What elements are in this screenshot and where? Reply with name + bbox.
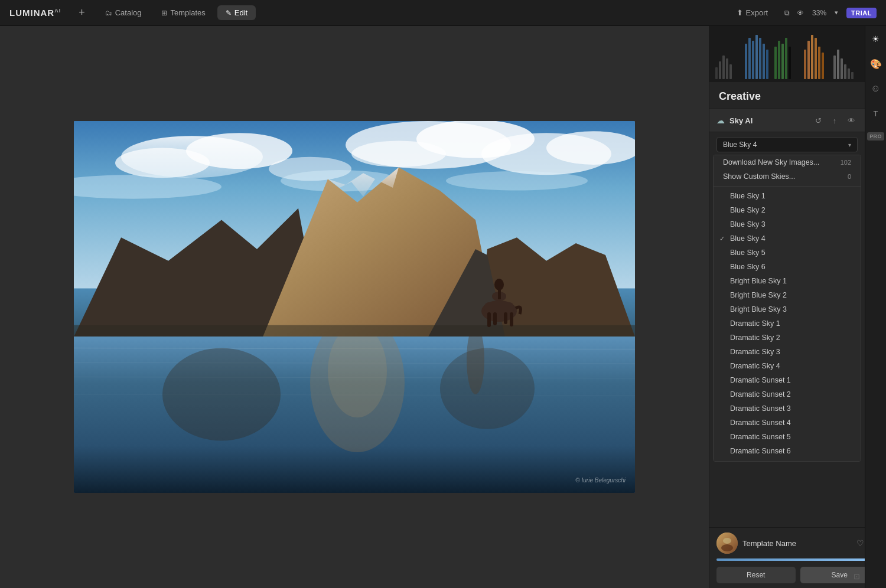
sky-reset-icon[interactable]: ↺ (812, 114, 825, 127)
svg-rect-48 (759, 38, 761, 79)
svg-rect-44 (745, 44, 747, 79)
sky-visibility-icon[interactable]: 👁 (845, 114, 858, 127)
template-heart-icon[interactable]: ♡ (856, 538, 864, 548)
topbar: LUMINARAI + 🗂 Catalog ⊞ Templates ✎ Edit… (0, 0, 886, 26)
sky-menu: Download New Sky Images... 102 Show Cust… (713, 155, 861, 462)
svg-point-70 (723, 538, 731, 544)
edit-icon: ✎ (226, 9, 232, 17)
sky-menu-dramatic-sunset-4[interactable]: Dramatic Sunset 4 (714, 416, 861, 430)
sky-cloud-icon: ☁ (716, 116, 725, 125)
sky-menu-custom[interactable]: Show Custom Skies... 0 (714, 169, 861, 184)
water-layer (74, 337, 635, 493)
svg-rect-62 (833, 55, 836, 79)
svg-rect-40 (719, 61, 721, 79)
nav-edit[interactable]: ✎ Edit (217, 5, 256, 20)
creative-icon[interactable]: 🎨 (868, 55, 884, 72)
trial-badge: TRIAL (846, 8, 877, 18)
text-icon[interactable]: T (868, 105, 884, 122)
svg-rect-53 (781, 44, 784, 79)
view-before-after-icon[interactable]: ⧉ (784, 9, 790, 17)
svg-rect-52 (778, 41, 780, 79)
svg-rect-60 (818, 47, 820, 79)
sky-menu-download[interactable]: Download New Sky Images... 102 (714, 155, 861, 169)
sky-menu-blue-sky-4[interactable]: Blue Sky 4 (714, 231, 861, 246)
sky-menu-sep-1 (714, 186, 861, 187)
sky-menu-blue-sky-6[interactable]: Blue Sky 6 (714, 260, 861, 274)
svg-rect-41 (722, 55, 725, 79)
svg-rect-50 (766, 50, 768, 79)
reset-button[interactable]: Reset (716, 567, 796, 583)
section-title: Creative (709, 82, 865, 109)
sky-menu-dramatic-sky-3[interactable]: Dramatic Sky 3 (714, 345, 861, 359)
svg-rect-57 (807, 41, 810, 79)
nav-catalog[interactable]: 🗂 Catalog (97, 5, 150, 20)
sky-menu-blue-sky-1[interactable]: Blue Sky 1 (714, 189, 861, 203)
right-panel: Creative ☁ Sky AI ↺ ↑ 👁 Blue Sky 4 ▾ (709, 26, 886, 588)
zoom-dropdown-icon[interactable]: ▾ (835, 9, 838, 17)
sky-menu-blue-sky-2[interactable]: Blue Sky 2 (714, 203, 861, 217)
adjust-icon[interactable]: ☀ (868, 31, 884, 47)
sky-menu-dramatic-sunset-5[interactable]: Dramatic Sunset 5 (714, 430, 861, 444)
sky-menu-bright-blue-sky-2[interactable]: Bright Blue Sky 2 (714, 288, 861, 302)
sky-menu-dramatic-sunset-3[interactable]: Dramatic Sunset 3 (714, 401, 861, 416)
svg-rect-45 (748, 38, 751, 79)
template-slider-track[interactable] (716, 558, 879, 561)
template-row: Template Name ♡ ••• (716, 533, 879, 554)
dropdown-arrow-icon: ▾ (848, 142, 851, 148)
sky-menu-bright-blue-sky-1[interactable]: Bright Blue Sky 1 (714, 274, 861, 288)
svg-point-69 (721, 544, 733, 551)
nav-templates[interactable]: ⊞ Templates (153, 5, 213, 20)
sky-selected-value: Blue Sky 4 (723, 141, 757, 149)
sky-up-icon[interactable]: ↑ (828, 114, 841, 127)
svg-point-33 (494, 279, 504, 290)
svg-rect-58 (811, 35, 813, 79)
sky-menu-dramatic-sunset-2[interactable]: Dramatic Sunset 2 (714, 387, 861, 401)
sky-menu-bright-blue-sky-3[interactable]: Bright Blue Sky 3 (714, 302, 861, 316)
svg-rect-67 (851, 72, 854, 79)
template-slider-fill (716, 558, 871, 561)
subject-layer (475, 264, 523, 337)
nav-export[interactable]: ⬆ Export (728, 5, 777, 20)
svg-rect-56 (804, 50, 806, 79)
svg-rect-61 (822, 53, 824, 79)
svg-rect-55 (789, 47, 791, 79)
view-toggle-icon[interactable]: 👁 (797, 9, 804, 17)
sky-menu-dramatic-sky-2[interactable]: Dramatic Sky 2 (714, 331, 861, 345)
template-name: Template Name (742, 539, 852, 548)
histogram-area (709, 26, 886, 82)
catalog-icon: 🗂 (105, 9, 112, 17)
sky-menu-dramatic-sky-1[interactable]: Dramatic Sky 1 (714, 316, 861, 331)
svg-rect-18 (74, 325, 635, 337)
svg-rect-36 (504, 312, 507, 324)
sky-menu-blue-sky-3[interactable]: Blue Sky 3 (714, 217, 861, 231)
svg-rect-66 (848, 68, 850, 79)
svg-rect-65 (844, 64, 846, 79)
svg-rect-59 (815, 38, 817, 79)
sky-menu-dramatic-sunset-1[interactable]: Dramatic Sunset 1 (714, 373, 861, 387)
sky-dropdown[interactable]: Blue Sky 4 ▾ (716, 137, 858, 152)
svg-rect-64 (841, 58, 843, 79)
sky-header-actions: ↺ ↑ 👁 (812, 114, 858, 127)
svg-point-26 (162, 348, 281, 441)
svg-rect-43 (729, 64, 732, 79)
sky-ai-header: ☁ Sky AI ↺ ↑ 👁 (709, 109, 865, 132)
sky-ai-title: Sky AI (729, 116, 807, 125)
template-slider-row (716, 558, 879, 561)
zoom-level[interactable]: 33% (812, 9, 826, 17)
svg-rect-35 (493, 312, 497, 325)
sky-menu-dramatic-sunset-6[interactable]: Dramatic Sunset 6 (714, 444, 861, 458)
portrait-icon[interactable]: ☺ (868, 80, 884, 97)
panel-content: Creative ☁ Sky AI ↺ ↑ 👁 Blue Sky 4 ▾ (709, 82, 886, 527)
add-button[interactable]: + (79, 6, 85, 19)
bottom-expand-icon[interactable]: ⊡ (854, 572, 860, 581)
sky-menu-dramatic-sunset-7[interactable]: Dramatic Sunset 7 (714, 458, 861, 462)
nav-right: ⬆ Export ⧉ 👁 33% ▾ TRIAL (728, 5, 877, 20)
sky-menu-blue-sky-5[interactable]: Blue Sky 5 (714, 246, 861, 260)
photo-container: © Iurie Belegurschi (74, 121, 635, 493)
app-logo: LUMINARAI (9, 8, 61, 18)
sky-menu-dramatic-sky-4[interactable]: Dramatic Sky 4 (714, 359, 861, 373)
svg-rect-49 (763, 44, 765, 79)
svg-rect-39 (715, 67, 718, 79)
svg-rect-51 (774, 47, 777, 79)
far-right-icons: ☀ 🎨 ☺ T PRO (865, 26, 886, 588)
